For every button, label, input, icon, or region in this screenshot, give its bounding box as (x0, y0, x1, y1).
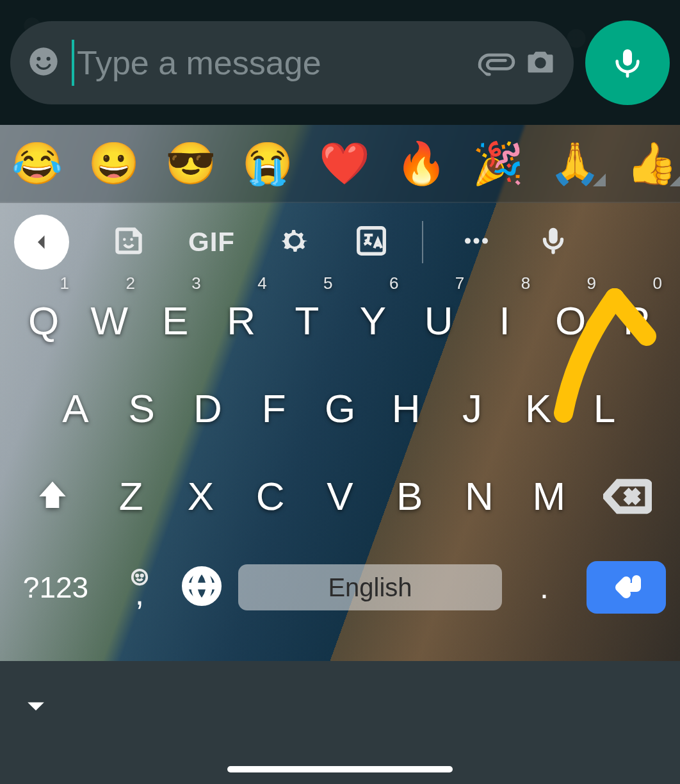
emoji-suggestion[interactable]: 🎉 (473, 143, 524, 184)
key-row-fn: ?123 , English . (5, 561, 675, 614)
key-b[interactable]: B (380, 473, 439, 519)
system-nav-bar (0, 661, 680, 784)
key-i[interactable]: 8I (475, 298, 534, 343)
key-m[interactable]: M (519, 473, 578, 519)
camera-icon[interactable] (524, 45, 557, 81)
mic-icon[interactable] (536, 224, 571, 261)
gear-icon[interactable] (277, 224, 312, 261)
key-o[interactable]: 9O (541, 298, 600, 343)
emoji-icon[interactable] (27, 45, 60, 81)
message-placeholder: Type a message (77, 44, 321, 82)
svg-point-3 (535, 57, 546, 68)
collapse-toolbar-button[interactable] (14, 215, 69, 270)
sticker-icon[interactable] (111, 224, 146, 261)
key-y[interactable]: 6Y (343, 298, 402, 343)
key-n[interactable]: N (450, 473, 509, 519)
backspace-key[interactable] (589, 478, 666, 515)
toolbar-divider (422, 221, 423, 263)
key-x[interactable]: X (172, 473, 231, 519)
message-input-pill: Type a message (10, 21, 574, 104)
key-r[interactable]: 4R (212, 298, 271, 343)
svg-point-1 (36, 56, 40, 60)
key-d[interactable]: D (179, 386, 238, 431)
key-s[interactable]: S (112, 386, 171, 431)
dismiss-keyboard-button[interactable] (22, 692, 50, 723)
key-row-2: A S D F G H J K L (5, 386, 675, 431)
key-t[interactable]: 5T (278, 298, 337, 343)
svg-point-12 (482, 238, 488, 244)
key-l[interactable]: L (575, 386, 634, 431)
emoji-suggestion[interactable]: 😂 (12, 143, 63, 184)
svg-point-10 (465, 238, 471, 244)
home-indicator[interactable] (227, 766, 453, 772)
emoji-suggestion[interactable]: 😭 (242, 143, 293, 184)
emoji-suggestion-row: 😂 😀 😎 😭 ❤️ 🔥 🎉 🙏 👍 (0, 125, 680, 203)
svg-point-2 (47, 56, 51, 60)
enter-key[interactable] (587, 561, 666, 614)
period-key[interactable]: . (519, 569, 570, 606)
paperclip-icon[interactable] (479, 45, 512, 81)
key-c[interactable]: C (241, 473, 300, 519)
emoji-suggestion[interactable]: ❤️ (319, 143, 370, 184)
key-j[interactable]: J (443, 386, 502, 431)
keyboard-toolbar: GIF (0, 203, 680, 281)
key-p[interactable]: 0P (607, 298, 666, 343)
message-input[interactable]: Type a message (72, 40, 467, 86)
language-key[interactable] (182, 566, 222, 608)
svg-point-8 (130, 238, 133, 241)
emoji-suggestion[interactable]: 😎 (165, 143, 216, 184)
key-v[interactable]: V (311, 473, 369, 519)
qwerty-keyboard: 1Q 2W 3E 4R 5T 6Y 7U 8I 9O 0P A S D F G … (0, 281, 680, 661)
svg-point-0 (29, 47, 57, 75)
emoji-suggestion[interactable]: 🙏 (549, 143, 601, 184)
svg-rect-9 (359, 228, 385, 254)
key-u[interactable]: 7U (409, 298, 468, 343)
svg-point-7 (123, 238, 126, 241)
gif-button[interactable]: GIF (188, 227, 235, 257)
key-z[interactable]: Z (102, 473, 161, 519)
key-w[interactable]: 2W (80, 298, 139, 343)
voice-record-button[interactable] (585, 20, 670, 105)
emoji-suggestion[interactable]: 👍 (626, 143, 677, 184)
key-k[interactable]: K (509, 386, 568, 431)
key-a[interactable]: A (46, 386, 105, 431)
translate-icon[interactable] (354, 224, 389, 261)
key-h[interactable]: H (376, 386, 435, 431)
key-e[interactable]: 3E (146, 298, 205, 343)
text-cursor (72, 40, 74, 86)
emoji-suggestion[interactable]: 😀 (88, 143, 140, 184)
comma-key[interactable]: , (114, 568, 165, 607)
dots-icon[interactable] (459, 224, 494, 261)
key-f[interactable]: F (245, 386, 304, 431)
key-g[interactable]: G (311, 386, 369, 431)
symbols-key[interactable]: ?123 (14, 570, 97, 605)
keyboard-area: 😂 😀 😎 😭 ❤️ 🔥 🎉 🙏 👍 GIF (0, 125, 680, 661)
key-row-3: Z X C V B N M (5, 473, 675, 519)
shift-key[interactable] (14, 477, 91, 516)
spacebar[interactable]: English (238, 564, 502, 610)
emoji-suggestion[interactable]: 🔥 (396, 143, 447, 184)
key-q[interactable]: 1Q (14, 298, 73, 343)
chat-input-bar: Type a message (0, 0, 680, 125)
svg-point-11 (474, 238, 480, 244)
key-row-1: 1Q 2W 3E 4R 5T 6Y 7U 8I 9O 0P (5, 298, 675, 343)
